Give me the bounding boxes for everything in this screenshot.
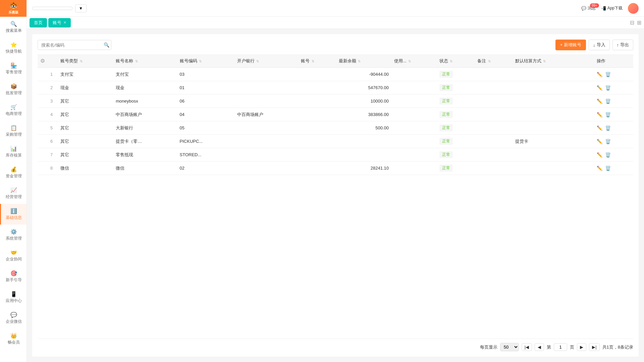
sidebar-item-system[interactable]: ⚙️ 系统管理 (0, 225, 26, 245)
page-size-select[interactable]: 50 20 100 (500, 343, 519, 351)
sidebar-item-label: 快捷导航 (6, 49, 22, 54)
cell-settle (513, 68, 594, 81)
tab-minimize-icon[interactable]: ⊟ (630, 19, 634, 26)
th-name[interactable]: 账号名称 ⇅ (113, 54, 177, 68)
sidebar-item-label: 库存核算 (6, 153, 22, 158)
delete-button[interactable]: 🗑️ (605, 112, 611, 117)
dropdown-button[interactable]: ▼ (75, 4, 87, 12)
app-download-button[interactable]: 📲 App下载 (601, 5, 623, 11)
cell-gear (38, 162, 48, 175)
sidebar-item-inventory[interactable]: 📊 库存核算 (0, 141, 26, 162)
sidebar-item-operation[interactable]: 📈 经营管理 (0, 183, 26, 204)
edit-button[interactable]: ✏️ (597, 72, 602, 77)
delete-button[interactable]: 🗑️ (605, 139, 611, 144)
sidebar-item-wechat[interactable]: 💬 企业微信 (0, 308, 26, 328)
cell-remark (475, 148, 513, 162)
main-area: ▼ 💬 消息 99+ 📲 App下载 首页 账号 ✕ ⊟ ⊞ (27, 0, 644, 362)
sidebar-item-purchase[interactable]: 📋 采购管理 (0, 121, 26, 141)
th-status[interactable]: 状态 ⇅ (437, 54, 475, 68)
cell-bank (234, 148, 298, 162)
cell-action: ✏️ 🗑️ (594, 148, 634, 162)
table-row: 6 其它 提货卡（零… PICKUPC... 正常 提货卡 ✏️ 🗑️ (38, 135, 633, 148)
tab-actions: ⊟ ⊞ (630, 19, 641, 26)
cell-settle (513, 121, 594, 135)
th-bank[interactable]: 开户银行 ⇅ (234, 54, 298, 68)
edit-button[interactable]: ✏️ (597, 125, 602, 131)
sidebar-item-wholesale[interactable]: 📦 批发管理 (0, 79, 26, 100)
sidebar-item-newguide[interactable]: 🎯 新手引导 (0, 266, 26, 287)
table-row: 2 现金 现金 01 547670.00 正常 ✏️ 🗑️ (38, 81, 633, 95)
search-input[interactable] (38, 41, 101, 50)
delete-button[interactable]: 🗑️ (605, 152, 611, 158)
import-button[interactable]: ↓ 导入 (589, 40, 610, 50)
delete-button[interactable]: 🗑️ (605, 85, 611, 90)
sidebar-item-enterprise[interactable]: 🤝 企业协同 (0, 245, 26, 266)
sort-icon: ⇅ (408, 59, 411, 63)
accounts-table-wrapper: ⚙ 账号类型 ⇅ 账号名称 ⇅ (38, 54, 633, 339)
tab-close-icon[interactable]: ✕ (63, 20, 66, 25)
sidebar-item-finance[interactable]: 💰 资金管理 (0, 162, 26, 183)
cell-usage (391, 95, 437, 108)
cell-bank (234, 68, 298, 81)
edit-button[interactable]: ✏️ (597, 152, 602, 158)
page-last-button[interactable]: ▶| (589, 343, 599, 351)
edit-button[interactable]: ✏️ (597, 112, 602, 117)
th-account[interactable]: 账号 ⇅ (298, 54, 336, 68)
tab-account[interactable]: 账号 ✕ (48, 18, 71, 27)
page-first-button[interactable]: |◀ (522, 343, 532, 351)
message-button[interactable]: 💬 消息 99+ (581, 5, 596, 11)
column-settings-icon[interactable]: ⚙ (40, 58, 45, 64)
mobile-icon: 📱 (10, 291, 17, 297)
edit-button[interactable]: ✏️ (597, 85, 602, 90)
user-avatar[interactable] (628, 3, 639, 14)
th-settle[interactable]: 默认结算方式 ⇅ (513, 54, 594, 68)
sort-icon: ⇅ (199, 59, 202, 63)
delete-button[interactable]: 🗑️ (605, 99, 611, 104)
cell-settle (513, 148, 594, 162)
cell-settle: 提货卡 (513, 135, 594, 148)
cell-status: 正常 (437, 121, 475, 135)
cell-status: 正常 (437, 81, 475, 95)
th-type[interactable]: 账号类型 ⇅ (58, 54, 113, 68)
add-account-button[interactable]: + 新增账号 (555, 40, 586, 50)
th-usage[interactable]: 使用... ⇅ (391, 54, 437, 68)
delete-button[interactable]: 🗑️ (605, 72, 611, 77)
edit-button[interactable]: ✏️ (597, 139, 602, 144)
sidebar-item-appcenter[interactable]: 📱 应用中心 (0, 287, 26, 308)
delete-button[interactable]: 🗑️ (605, 125, 611, 131)
sort-icon: ⇅ (543, 59, 546, 63)
cell-status: 正常 (437, 135, 475, 148)
page-next-button[interactable]: ▶ (577, 343, 586, 351)
sidebar-item-basic[interactable]: ℹ️ 基础信息 (0, 204, 26, 225)
cell-code: 01 (177, 81, 234, 95)
top-header: ▼ 💬 消息 99+ 📲 App下载 (27, 0, 644, 17)
cell-balance: 10000.00 (336, 95, 391, 108)
table-body: 1 支付宝 支付宝 03 -90444.00 正常 ✏️ 🗑️ 2 现金 现金 … (38, 68, 633, 175)
table-row: 5 其它 大新银行 05 500.00 正常 ✏️ 🗑️ (38, 121, 633, 135)
th-remark[interactable]: 备注 ⇅ (475, 54, 513, 68)
cell-account (298, 68, 336, 81)
edit-button[interactable]: ✏️ (597, 166, 602, 171)
page-size-label: 每页显示 (480, 344, 497, 350)
sidebar-item-shortcut[interactable]: ⭐ 快捷导航 (0, 38, 26, 58)
th-balance[interactable]: 最新余额 ⇅ (336, 54, 391, 68)
search-button[interactable]: 🔍 (101, 40, 111, 50)
top-search-box[interactable] (32, 7, 72, 10)
sidebar-item-member[interactable]: 👑 畅会员 (0, 328, 26, 349)
sidebar-item-retail[interactable]: 🏪 零售管理 (0, 58, 26, 79)
delete-button[interactable]: 🗑️ (605, 166, 611, 171)
th-code[interactable]: 账号编码 ⇅ (177, 54, 234, 68)
export-button[interactable]: ↑ 导出 (612, 40, 634, 50)
edit-button[interactable]: ✏️ (597, 99, 602, 104)
page-prev-button[interactable]: ◀ (535, 343, 544, 351)
page-input[interactable] (554, 343, 567, 351)
tab-expand-icon[interactable]: ⊞ (637, 19, 641, 26)
cell-usage (391, 121, 437, 135)
sidebar-item-label: 新手引导 (6, 277, 22, 283)
sidebar-item-search[interactable]: 🔍 搜索菜单 (0, 17, 26, 38)
cell-account (298, 135, 336, 148)
tab-home[interactable]: 首页 (30, 18, 47, 27)
sidebar-item-ecommerce[interactable]: 🛒 电商管理 (0, 100, 26, 121)
header-right: 💬 消息 99+ 📲 App下载 (581, 3, 639, 14)
table-row: 8 微信 微信 02 28241.10 正常 ✏️ 🗑️ (38, 162, 633, 175)
